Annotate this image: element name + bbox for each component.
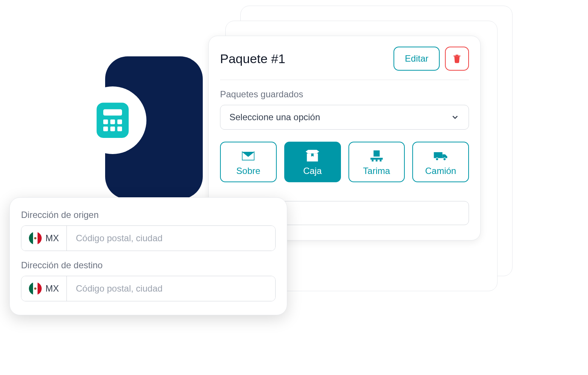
svg-rect-8 [374, 150, 380, 156]
origin-field-group: Dirección de origen MX [21, 210, 276, 251]
destination-field-group: Dirección de destino MX [21, 260, 276, 301]
chevron-down-icon [451, 113, 460, 122]
destination-input-row: MX [21, 276, 276, 301]
origin-label: Dirección de origen [21, 210, 276, 220]
mexico-flag-icon [29, 232, 42, 245]
svg-rect-1 [103, 109, 122, 116]
svg-point-14 [436, 158, 438, 160]
svg-rect-11 [380, 160, 381, 162]
destination-country-selector[interactable]: MX [21, 276, 67, 301]
pallet-icon [369, 149, 384, 163]
address-card: Dirección de origen MX Dirección de dest… [9, 197, 287, 315]
type-caja[interactable]: Caja [284, 142, 341, 182]
destination-country-code: MX [45, 283, 59, 294]
calculator-badge [79, 86, 146, 154]
svg-rect-10 [372, 160, 374, 162]
header-actions: Editar [394, 47, 469, 71]
envelope-icon [241, 149, 256, 163]
svg-rect-9 [371, 158, 383, 160]
box-icon [305, 149, 320, 163]
dropdown-placeholder: Seleccione una opción [229, 112, 320, 122]
svg-rect-13 [434, 152, 442, 158]
type-label: Camión [425, 166, 456, 176]
type-label: Sobre [236, 166, 260, 176]
origin-input-row: MX [21, 225, 276, 251]
destination-label: Dirección de destino [21, 260, 276, 271]
svg-rect-7 [118, 127, 122, 132]
calculator-icon [94, 101, 131, 139]
svg-rect-2 [103, 119, 108, 124]
type-camion[interactable]: Camión [412, 142, 469, 182]
destination-location-input[interactable] [67, 276, 275, 301]
saved-packages-label: Paquetes guardados [220, 89, 469, 100]
svg-rect-12 [375, 160, 377, 162]
svg-rect-5 [103, 127, 108, 132]
svg-point-15 [443, 158, 446, 160]
edit-button[interactable]: Editar [394, 47, 440, 71]
trash-icon [452, 53, 462, 64]
package-title: Paquete #1 [220, 51, 285, 66]
origin-country-code: MX [45, 233, 59, 243]
type-label: Caja [303, 166, 321, 176]
mexico-flag-icon [29, 282, 42, 295]
origin-country-selector[interactable]: MX [21, 226, 67, 251]
package-type-selector: Sobre Caja [220, 142, 469, 182]
truck-icon [433, 149, 448, 163]
package-header: Paquete #1 Editar [220, 47, 469, 80]
type-label: Tarima [363, 166, 390, 176]
svg-rect-4 [118, 119, 122, 124]
svg-rect-3 [110, 119, 115, 124]
origin-location-input[interactable] [67, 226, 275, 251]
type-tarima[interactable]: Tarima [348, 142, 405, 182]
saved-packages-dropdown[interactable]: Seleccione una opción [220, 105, 469, 130]
delete-button[interactable] [445, 47, 469, 71]
type-sobre[interactable]: Sobre [220, 142, 277, 182]
svg-rect-6 [110, 127, 115, 132]
